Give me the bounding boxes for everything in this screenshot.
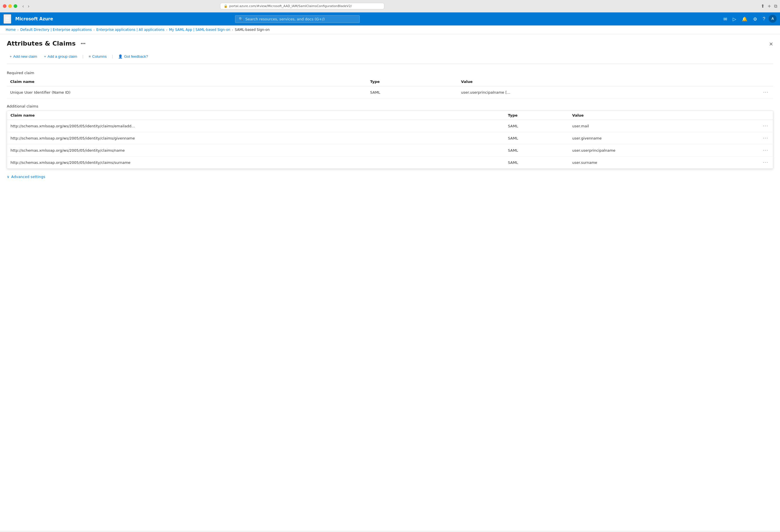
table-row[interactable]: Unique User Identifier (Name ID) SAML us… [7,86,773,99]
required-col-value: Value [458,77,759,86]
row-more-button[interactable]: ··· [762,123,770,129]
add-new-claim-button[interactable]: + Add new claim [7,53,40,60]
page-more-button[interactable]: ••• [79,41,87,47]
help-icon[interactable]: ? [761,15,768,23]
cloud-shell-icon[interactable]: ▷ [730,15,738,23]
additional-claims-panel: Claim name Type Value http://schemas.xml… [7,111,773,169]
share-icon[interactable]: ⬆ [761,3,765,9]
claim-name-cell: http://schemas.xmlsoap.org/ws/2005/05/id… [7,144,504,157]
claim-type-cell: SAML [367,86,458,99]
row-more-button[interactable]: ··· [762,147,770,153]
columns-button[interactable]: ≡ Columns [86,53,110,60]
settings-icon[interactable]: ⚙ [751,15,759,23]
browser-chrome: ‹ › 🔒 portal.azure.com/#view/Microsoft_A… [0,0,780,12]
claim-value-cell: user.userprincipalname [... [458,86,759,99]
breadcrumb-sep-1: › [17,28,18,32]
feedback-button[interactable]: 👤 Got feedback? [115,53,151,60]
page-header: Attributes & Claims ••• [7,40,773,47]
add-new-claim-label: Add new claim [13,54,37,59]
new-tab-icon[interactable]: + [768,3,771,9]
row-more-button[interactable]: ··· [762,135,770,141]
add-group-claim-button[interactable]: + Add a group claim [41,53,80,60]
additional-col-type: Type [504,111,569,120]
topbar-action-icons: ✉ ▷ 🔔 ⚙ ? A [721,15,777,23]
required-col-type: Type [367,77,458,86]
claim-type-cell: SAML [504,132,569,144]
claim-type-cell: SAML [504,120,569,132]
breadcrumb-enterprise-apps[interactable]: Enterprise applications | All applicatio… [96,28,164,32]
claim-type-cell: SAML [504,144,569,157]
columns-icon: ≡ [89,54,91,59]
feedback-icon: 👤 [118,54,123,59]
table-row[interactable]: http://schemas.xmlsoap.org/ws/2005/05/id… [7,120,773,132]
required-claim-section: Required claim Claim name Type Value Uni… [7,71,773,99]
chevron-down-icon: ∨ [7,175,10,179]
row-more-button[interactable]: ··· [762,159,770,166]
page-title: Attributes & Claims [7,40,76,47]
plus-icon-2: + [44,54,46,59]
forward-button[interactable]: › [27,3,30,9]
azure-topbar: ☰ Microsoft Azure 🔍 Search resources, se… [0,12,780,25]
claim-name-cell: http://schemas.xmlsoap.org/ws/2005/05/id… [7,132,504,144]
required-claims-table: Claim name Type Value Unique User Identi… [7,77,773,99]
minimize-traffic-light[interactable] [8,4,12,8]
traffic-lights [3,4,17,8]
toolbar-separator: | [83,54,84,59]
claim-name-cell: Unique User Identifier (Name ID) [7,86,367,99]
additional-claims-table: Claim name Type Value http://schemas.xml… [7,111,773,169]
claim-name-cell: http://schemas.xmlsoap.org/ws/2005/05/id… [7,120,504,132]
additional-claims-label: Additional claims [7,104,773,108]
breadcrumb-sep-3: › [166,28,167,32]
toolbar: + Add new claim + Add a group claim | ≡ … [7,53,773,64]
row-more-button[interactable]: ··· [762,89,770,95]
search-placeholder: Search resources, services, and docs (G+… [245,17,325,21]
breadcrumb-home[interactable]: Home [6,28,15,32]
hamburger-menu[interactable]: ☰ [3,14,11,24]
additional-claims-section: Additional claims Claim name Type Value … [7,104,773,169]
required-claim-label: Required claim [7,71,773,75]
main-content: Attributes & Claims ••• ✕ + Add new clai… [0,34,780,531]
search-icon: 🔍 [239,17,243,21]
notifications-icon[interactable]: ✉ [721,15,729,23]
advanced-settings-section[interactable]: ∨ Advanced settings [7,175,773,179]
url-text: portal.azure.com/#view/Microsoft_AAD_IAM… [230,4,352,8]
avatar-button[interactable]: A [769,15,777,22]
claim-value-cell: user.surname [569,157,758,169]
claim-value-cell: user.givenname [569,132,758,144]
claim-value-cell: user.mail [569,120,758,132]
plus-icon: + [10,54,12,59]
azure-search-bar[interactable]: 🔍 Search resources, services, and docs (… [235,15,360,23]
breadcrumb: Home › Default Directory | Enterprise ap… [0,25,780,34]
breadcrumb-sep-4: › [232,28,233,32]
azure-logo: Microsoft Azure [15,16,53,21]
close-button[interactable]: ✕ [768,40,774,48]
table-row[interactable]: http://schemas.xmlsoap.org/ws/2005/05/id… [7,132,773,144]
additional-col-name: Claim name [7,111,504,120]
breadcrumb-sep-2: › [93,28,95,32]
columns-label: Columns [92,54,107,59]
advanced-settings-label: Advanced settings [11,175,45,179]
browser-nav-controls: ‹ › [21,3,31,9]
claim-type-cell: SAML [504,157,569,169]
breadcrumb-saml-signin: SAML-based Sign-on [235,28,270,32]
address-bar[interactable]: 🔒 portal.azure.com/#view/Microsoft_AAD_I… [220,3,384,9]
feedback-label: Got feedback? [124,54,148,59]
tabs-icon[interactable]: ⧉ [774,3,777,9]
gray-background [0,531,780,532]
additional-col-value: Value [569,111,758,120]
add-group-claim-label: Add a group claim [48,54,77,59]
breadcrumb-default-directory[interactable]: Default Directory | Enterprise applicati… [20,28,92,32]
lock-icon: 🔒 [224,4,228,8]
table-row[interactable]: http://schemas.xmlsoap.org/ws/2005/05/id… [7,157,773,169]
alert-bell-icon[interactable]: 🔔 [739,15,750,23]
breadcrumb-saml-app[interactable]: My SAML App | SAML-based Sign-on [169,28,230,32]
required-col-name: Claim name [7,77,367,86]
claim-value-cell: user.userprincipalname [569,144,758,157]
toolbar-separator-2: | [112,54,113,59]
close-traffic-light[interactable] [3,4,6,8]
fullscreen-traffic-light[interactable] [14,4,17,8]
back-button[interactable]: ‹ [21,3,25,9]
browser-action-icons: ⬆ + ⧉ [761,3,777,9]
table-row[interactable]: http://schemas.xmlsoap.org/ws/2005/05/id… [7,144,773,157]
claim-name-cell: http://schemas.xmlsoap.org/ws/2005/05/id… [7,157,504,169]
